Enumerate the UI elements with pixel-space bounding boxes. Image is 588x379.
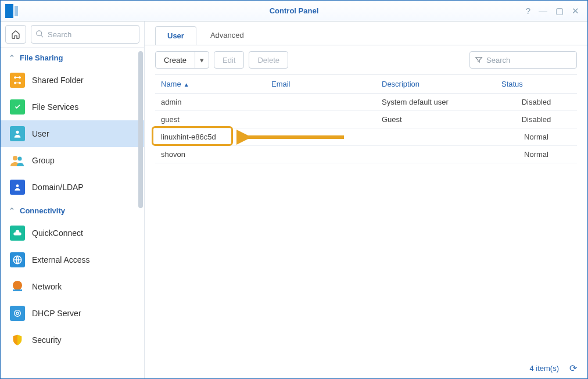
sidebar-item-group[interactable]: Group	[1, 147, 144, 174]
window-title: Control Panel	[1, 6, 587, 15]
cell-description	[376, 128, 496, 146]
delete-button[interactable]: Delete	[249, 51, 288, 69]
item-count: 4 item(s)	[529, 364, 559, 373]
sidebar-scroll: ⌃ File Sharing Shared Folder File Servic…	[1, 48, 144, 378]
titlebar: Control Panel ? — ▢ ✕	[1, 1, 587, 22]
toolbar: Create ▾ Edit Delete	[145, 45, 587, 74]
group-icon	[10, 153, 25, 168]
cell-status: Normal	[496, 146, 577, 163]
svg-line-1	[41, 35, 43, 37]
section-label: File Sharing	[20, 53, 63, 62]
filter-icon	[475, 56, 483, 64]
caret-up-icon: ⌃	[9, 53, 15, 62]
column-header-status[interactable]: Status	[496, 75, 577, 94]
table-row[interactable]: linuxhint-e86c5dNormal	[155, 128, 577, 146]
globe-icon	[10, 252, 25, 267]
svg-point-3	[13, 156, 17, 160]
cell-name: guest	[155, 111, 266, 128]
file-services-icon	[10, 99, 25, 115]
sidebar-item-shared-folder[interactable]: Shared Folder	[1, 67, 144, 94]
table-row[interactable]: shovonNormal	[155, 146, 577, 163]
cell-email	[266, 111, 376, 128]
cell-status: Disabled	[496, 111, 577, 128]
network-icon	[10, 279, 25, 294]
dropdown-caret-icon[interactable]: ▾	[195, 56, 209, 65]
domain-icon	[10, 180, 25, 195]
cell-name: shovon	[155, 146, 266, 163]
cell-description: System default user	[376, 94, 496, 111]
cell-email	[266, 128, 376, 146]
sidebar-search-wrap	[31, 25, 139, 44]
cell-status: Normal	[496, 128, 577, 146]
footer: 4 item(s) ⟳	[145, 357, 587, 378]
sidebar-item-quickconnect[interactable]: QuickConnect	[1, 220, 144, 246]
sort-asc-icon: ▲	[184, 81, 189, 88]
sidebar-item-dhcp-server[interactable]: DHCP Server	[1, 300, 144, 327]
svg-point-2	[16, 131, 19, 134]
sidebar-item-label: Shared Folder	[32, 76, 84, 85]
filter-search	[469, 51, 577, 69]
section-connectivity[interactable]: ⌃ Connectivity	[1, 201, 144, 220]
cell-name: linuxhint-e86c5d	[155, 128, 266, 146]
filter-search-input[interactable]	[486, 56, 572, 65]
window-body: ⌃ File Sharing Shared Folder File Servic…	[1, 22, 587, 378]
column-header-name[interactable]: Name▲	[155, 75, 266, 94]
sidebar-item-file-services[interactable]: File Services	[1, 94, 144, 120]
sidebar-scrollbar[interactable]	[138, 51, 143, 208]
column-header-email[interactable]: Email	[266, 75, 376, 94]
shield-icon	[10, 332, 25, 348]
search-icon	[35, 30, 44, 38]
sidebar-item-label: External Access	[32, 255, 90, 264]
svg-point-5	[16, 184, 19, 187]
create-button[interactable]: Create ▾	[155, 51, 209, 69]
sidebar-item-network[interactable]: Network	[1, 273, 144, 300]
sidebar-item-external-access[interactable]: External Access	[1, 246, 144, 273]
sidebar-item-label: Domain/LDAP	[32, 183, 84, 192]
svg-rect-8	[13, 289, 22, 291]
cell-email	[266, 146, 376, 163]
column-label: Name	[161, 80, 181, 88]
cell-name: admin	[155, 94, 266, 111]
svg-point-7	[13, 281, 22, 290]
sidebar-item-user[interactable]: User	[1, 120, 144, 147]
sidebar: ⌃ File Sharing Shared Folder File Servic…	[1, 22, 145, 378]
table-row[interactable]: guestGuestDisabled	[155, 111, 577, 128]
folder-share-icon	[10, 73, 25, 88]
section-label: Connectivity	[20, 206, 65, 215]
cell-description: Guest	[376, 111, 496, 128]
sidebar-item-domain-ldap[interactable]: Domain/LDAP	[1, 174, 144, 201]
sidebar-item-security[interactable]: Security	[1, 327, 144, 353]
sidebar-item-label: Group	[32, 156, 55, 165]
content-area: User Advanced Create ▾ Edit Delete	[145, 22, 587, 378]
column-header-description[interactable]: Description	[376, 75, 496, 94]
svg-point-4	[18, 157, 22, 161]
svg-point-9	[16, 312, 19, 314]
table-wrap: Name▲ Email Description Status adminSyst…	[145, 74, 587, 357]
edit-button[interactable]: Edit	[214, 51, 244, 69]
tab-user[interactable]: User	[155, 26, 196, 45]
table-row[interactable]: adminSystem default userDisabled	[155, 94, 577, 111]
sidebar-item-label: Security	[32, 335, 62, 345]
home-icon	[11, 30, 20, 39]
user-icon	[10, 126, 25, 141]
caret-up-icon: ⌃	[9, 206, 15, 215]
control-panel-window: Control Panel ? — ▢ ✕	[0, 0, 588, 379]
cell-status: Disabled	[496, 94, 577, 111]
cell-description	[376, 146, 496, 163]
dhcp-icon	[10, 306, 25, 321]
tabs: User Advanced	[145, 22, 587, 45]
refresh-button[interactable]: ⟳	[569, 363, 577, 374]
svg-point-0	[37, 31, 42, 36]
sidebar-item-label: User	[32, 129, 49, 138]
sidebar-item-label: DHCP Server	[32, 309, 81, 318]
sidebar-top	[1, 22, 144, 48]
tab-advanced[interactable]: Advanced	[199, 26, 256, 45]
sidebar-item-label: QuickConnect	[32, 228, 83, 238]
create-button-label: Create	[156, 52, 195, 68]
sidebar-item-label: File Services	[32, 102, 78, 112]
quickconnect-icon	[10, 226, 25, 241]
sidebar-item-label: Network	[32, 282, 62, 291]
sidebar-search-input[interactable]	[31, 25, 139, 44]
home-button[interactable]	[5, 25, 26, 44]
section-file-sharing[interactable]: ⌃ File Sharing	[1, 48, 144, 67]
